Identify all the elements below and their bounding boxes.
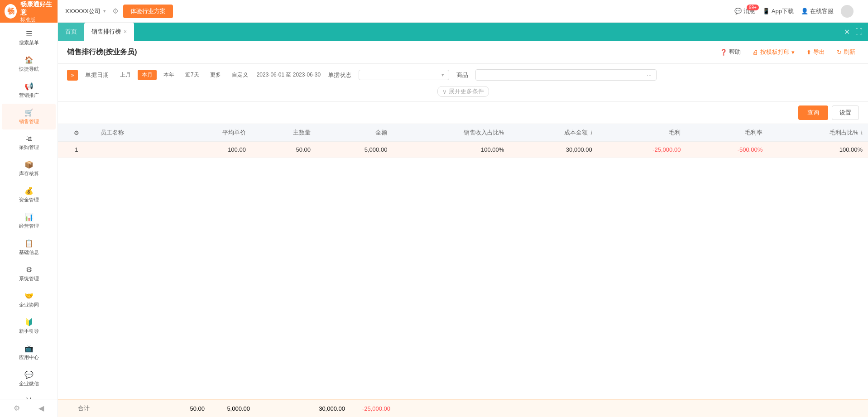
app-icon: 📱: [762, 8, 770, 14]
help-icon: ❓: [720, 49, 727, 56]
print-arrow-icon: ▾: [791, 49, 795, 56]
table-footer: 合计 50.00 5,000.00 30,000.00 -25,000.00: [58, 399, 868, 417]
cell-gross_rate: -500.00%: [686, 142, 768, 158]
sidebar-item-corp-wechat[interactable]: 💬 企业微信: [2, 366, 56, 392]
system-icon: ⚙: [26, 265, 32, 274]
date-btn-custom[interactable]: 自定义: [228, 70, 252, 80]
main-area: XXXXXX公司 ▾ ⚙ 体验行业方案 💬 消息 99+ 📱 App下载 👤 在…: [58, 0, 868, 417]
sidebar-item-app-center[interactable]: 📺 应用中心: [2, 340, 56, 365]
date-btn-more[interactable]: 更多: [206, 70, 225, 80]
settings-button[interactable]: 设置: [832, 105, 859, 120]
avatar[interactable]: [841, 5, 854, 18]
print-button[interactable]: 🖨 按模板打印 ▾: [749, 46, 798, 58]
sidebar-item-inventory[interactable]: 📦 库存核算: [2, 156, 56, 182]
sidebar-item-marketing[interactable]: 📢 营销推广: [2, 77, 56, 103]
col-gross: 毛利: [598, 124, 686, 142]
date-btn-7days[interactable]: 近7天: [181, 70, 203, 80]
tab-home[interactable]: 首页: [58, 23, 84, 41]
system-label: 系统管理: [19, 275, 39, 282]
sales-label: 销售管理: [19, 118, 39, 125]
date-range-display: 2023-06-01 至 2023-06-30: [257, 71, 321, 79]
sidebar-item-finance[interactable]: 💰 资金管理: [2, 182, 56, 208]
date-btn-this-year[interactable]: 本年: [159, 70, 178, 80]
marketing-icon: 📢: [24, 82, 34, 91]
operations-icon: 📊: [24, 213, 34, 221]
app-center-label: 应用中心: [19, 354, 39, 361]
sidebar-item-quick-nav[interactable]: 🏠 快捷导航: [2, 51, 56, 77]
service-button[interactable]: 👤 在线客服: [801, 7, 834, 15]
sidebar-item-guide[interactable]: 🔰 新手引导: [2, 313, 56, 339]
col-gross-rate: 毛利率: [686, 124, 768, 142]
filter-collapse-btn[interactable]: »: [67, 70, 78, 81]
topbar-right: 💬 消息 99+ 📱 App下载 👤 在线客服: [734, 5, 861, 18]
sidebar-item-operations[interactable]: 📊 经营管理: [2, 208, 56, 234]
corp-collab-icon: 🤝: [24, 292, 34, 300]
collapse-icon[interactable]: ◀: [38, 404, 44, 412]
sidebar-item-corp-collab[interactable]: 🤝 企业协同: [2, 287, 56, 313]
sidebar-item-system[interactable]: ⚙ 系统管理: [2, 261, 56, 287]
sidebar-item-purchase[interactable]: 🛍 采购管理: [2, 130, 56, 155]
tab-close-icon[interactable]: ×: [124, 29, 127, 35]
sidebar-item-sales[interactable]: 🛒 销售管理: [2, 104, 56, 129]
topbar-gear-icon[interactable]: ⚙: [112, 7, 119, 15]
sidebar-item-basic-info[interactable]: 📋 基础信息: [2, 235, 56, 260]
goods-input[interactable]: ···: [475, 69, 657, 81]
footer-cost: 30,000.00: [300, 405, 345, 412]
tabbar-close-button[interactable]: ✕: [844, 28, 850, 36]
trial-button[interactable]: 体验行业方案: [123, 5, 173, 18]
export-button[interactable]: ⬆ 导出: [803, 46, 829, 58]
goods-more-icon: ···: [647, 72, 652, 78]
quick-nav-icon: 🏠: [24, 56, 34, 64]
refresh-button[interactable]: ↻ 刷新: [833, 46, 859, 58]
refresh-icon: ↻: [837, 49, 842, 56]
gross-pct-help-icon[interactable]: ℹ: [861, 130, 863, 135]
company-selector[interactable]: XXXXXX公司 ▾: [65, 7, 106, 15]
finance-icon: 💰: [24, 187, 34, 195]
filter-expand-row: ∨ 展开更多条件: [67, 84, 859, 99]
tabbar-expand-button[interactable]: ⛶: [855, 28, 863, 36]
expand-more-btn[interactable]: ∨ 展开更多条件: [437, 86, 489, 97]
table-row: 1100.0050.005,000.00100.00%30,000.00-25,…: [58, 142, 868, 158]
cell-quantity: 50.00: [251, 142, 316, 158]
filter-area: » 单据日期 上月 本月 本年 近7天 更多 自定义 2023-06-01 至 …: [58, 64, 868, 102]
inventory-icon: 📦: [24, 160, 34, 169]
cell-gross_pct: 100.00%: [768, 142, 868, 158]
status-select[interactable]: ▾: [359, 70, 449, 80]
settings-icon[interactable]: ⚙: [14, 404, 20, 412]
home-tab-label: 首页: [65, 28, 77, 36]
quick-nav-label: 快捷导航: [19, 66, 39, 72]
tabbar-right: ✕ ⛶: [844, 23, 868, 41]
table-body: 1100.0050.005,000.00100.00%30,000.00-25,…: [58, 142, 868, 158]
tab-sales-ranking[interactable]: 销售排行榜 ×: [84, 23, 134, 41]
col-name: 员工名称: [95, 124, 173, 142]
date-btn-this-month[interactable]: 本月: [138, 70, 157, 80]
app-download-button[interactable]: 📱 App下载: [762, 7, 794, 15]
col-cost: 成本全额 ℹ: [509, 124, 597, 142]
expand-icon: ∨: [442, 88, 447, 95]
export-icon: ⬆: [806, 49, 811, 56]
sidebar-item-member[interactable]: V 畅会员: [2, 392, 56, 399]
date-btn-last-month[interactable]: 上月: [116, 70, 135, 80]
cell-sales_pct: 100.00%: [393, 142, 509, 158]
cell-amount: 5,000.00: [316, 142, 393, 158]
search-order-label: 搜索菜单: [19, 39, 39, 46]
query-button[interactable]: 查询: [798, 105, 828, 120]
sidebar-item-search-order[interactable]: ☰ 搜索菜单: [2, 25, 56, 51]
date-options: 上月 本月 本年 近7天 更多 自定义 2023-06-01 至 2023-06…: [116, 70, 321, 80]
sales-tab-label: 销售排行榜: [91, 28, 121, 36]
filter-row-1: » 单据日期 上月 本月 本年 近7天 更多 自定义 2023-06-01 至 …: [67, 69, 859, 81]
sales-icon: 🛒: [24, 108, 34, 117]
tabbar: 首页 销售排行榜 × ✕ ⛶: [58, 23, 868, 41]
cost-help-icon[interactable]: ℹ: [590, 130, 592, 135]
purchase-icon: 🛍: [25, 134, 33, 143]
col-settings-icon[interactable]: ⚙: [58, 124, 95, 142]
guide-label: 新手引导: [19, 328, 39, 335]
col-amount: 全额: [316, 124, 393, 142]
cell-cost: 30,000.00: [509, 142, 597, 158]
operations-label: 经营管理: [19, 223, 39, 230]
corp-wechat-icon: 💬: [24, 370, 34, 379]
message-button[interactable]: 💬 消息 99+: [734, 7, 755, 15]
help-button[interactable]: ❓ 帮助: [716, 46, 744, 58]
table-header-row: ⚙ 员工名称 平均单价 主数量 全额 销售收入占比% 成本全额 ℹ 毛利 毛利率…: [58, 124, 868, 142]
col-sales-pct: 销售收入占比%: [393, 124, 509, 142]
